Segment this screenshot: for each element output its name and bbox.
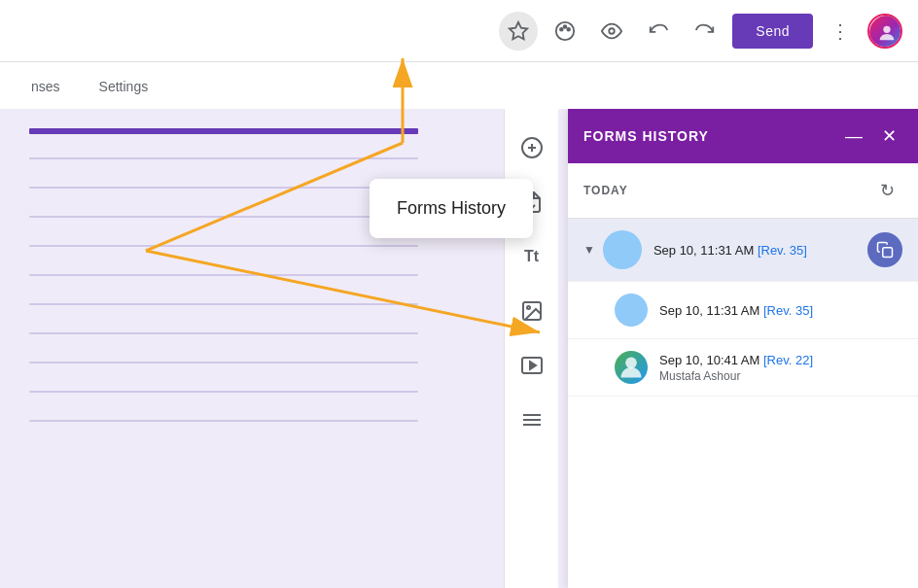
history-item[interactable]: Sep 10, 11:31 AM [Rev. 35] — [568, 282, 918, 339]
revision-badge: [Rev. 35] — [763, 303, 813, 318]
more-button[interactable]: ⋮ — [821, 12, 860, 51]
palette-button[interactable] — [546, 12, 584, 51]
tab-settings[interactable]: Settings — [84, 67, 164, 109]
svg-point-4 — [610, 28, 616, 34]
avatar-image — [869, 16, 902, 49]
svg-point-19 — [625, 300, 637, 312]
add-title-button[interactable]: Tt — [512, 237, 551, 276]
send-button[interactable]: Send — [732, 14, 813, 49]
history-item-info: Sep 10, 11:31 AM [Rev. 35] — [659, 303, 902, 318]
history-item-time: Sep 10, 11:31 AM [Rev. 35] — [659, 303, 902, 318]
svg-rect-18 — [883, 248, 893, 258]
undo-button[interactable] — [639, 12, 678, 51]
add-image-button[interactable] — [512, 292, 551, 330]
form-line — [29, 274, 418, 276]
history-item[interactable]: ▼ Sep 10, 11:31 AM [Rev. 35] — [568, 219, 918, 282]
form-line — [29, 303, 418, 305]
tab-responses[interactable]: nses — [16, 67, 76, 109]
form-line — [29, 332, 418, 334]
history-item-info: Sep 10, 11:31 AM [Rev. 35] — [653, 243, 867, 258]
svg-point-11 — [527, 306, 530, 309]
form-line — [29, 187, 418, 189]
forms-history-button[interactable] — [499, 12, 538, 51]
svg-point-5 — [883, 25, 890, 32]
history-item-info: Sep 10, 10:41 AM [Rev. 22] Mustafa Ashou… — [659, 353, 902, 383]
forms-history-panel: FORMS HISTORY — ✕ TODAY ↻ ▼ — [568, 109, 918, 588]
section-label: TODAY — [583, 184, 628, 197]
avatar — [615, 351, 648, 384]
form-line — [29, 157, 418, 159]
preview-button[interactable] — [592, 12, 631, 51]
toolbar: Send ⋮ — [0, 0, 918, 62]
svg-point-20 — [625, 358, 637, 369]
history-item-time: Sep 10, 11:31 AM [Rev. 35] — [653, 243, 867, 258]
panel-header: FORMS HISTORY — ✕ — [568, 109, 918, 163]
panel-header-actions: — ✕ — [840, 122, 902, 150]
svg-point-1 — [560, 27, 563, 30]
panel-title: FORMS HISTORY — [583, 128, 709, 144]
history-item-author: Mustafa Ashour — [659, 369, 902, 383]
nav-tabs: nses Settings — [0, 62, 918, 109]
svg-point-2 — [564, 25, 567, 28]
copy-button[interactable] — [867, 232, 902, 267]
revision-badge: [Rev. 35] — [758, 243, 807, 258]
avatar — [615, 294, 648, 327]
form-line — [29, 245, 418, 247]
refresh-button[interactable]: ↻ — [871, 175, 902, 206]
panel-section-header: TODAY ↻ — [568, 163, 918, 219]
add-video-button[interactable] — [512, 346, 551, 385]
form-bar — [29, 128, 418, 134]
add-question-button[interactable] — [512, 128, 551, 167]
redo-button[interactable] — [686, 12, 724, 51]
svg-point-3 — [568, 27, 571, 30]
revision-badge: [Rev. 22] — [763, 353, 813, 367]
avatar[interactable] — [867, 14, 902, 49]
forms-history-tooltip: Forms History — [370, 179, 533, 238]
main-area: Tt FORMS HISTORY — [0, 109, 918, 588]
form-line — [29, 420, 418, 422]
panel-close-button[interactable]: ✕ — [875, 122, 902, 150]
avatar — [603, 230, 642, 269]
panel-minimize-button[interactable]: — — [840, 122, 867, 150]
form-line — [29, 391, 418, 393]
history-item[interactable]: Sep 10, 10:41 AM [Rev. 22] Mustafa Ashou… — [568, 339, 918, 397]
svg-point-17 — [617, 240, 628, 252]
svg-marker-13 — [530, 362, 536, 369]
form-line — [29, 362, 418, 363]
history-item-time: Sep 10, 10:41 AM [Rev. 22] — [659, 353, 902, 367]
refresh-icon: ↻ — [880, 180, 895, 201]
expand-icon: ▼ — [583, 243, 595, 257]
add-section-button[interactable] — [512, 400, 551, 439]
form-line — [29, 216, 418, 218]
